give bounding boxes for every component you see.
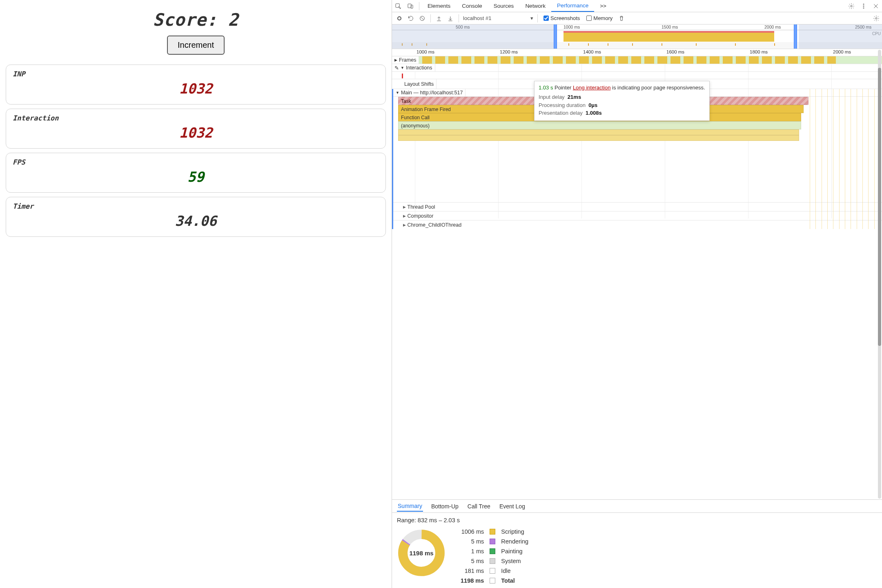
svg-point-8 <box>875 18 877 19</box>
tl-tick: 1200 ms <box>500 49 518 54</box>
timer-value: 34.06 <box>13 213 379 229</box>
record-button[interactable] <box>394 13 405 24</box>
swatch-painting <box>490 548 495 554</box>
overview-panel[interactable]: 500 ms 1000 ms 1500 ms 2000 ms 2500 ms C… <box>392 24 882 49</box>
flame-sub[interactable] <box>398 135 799 141</box>
interaction-value: 1032 <box>13 125 379 141</box>
memory-label: Memory <box>593 15 612 21</box>
tl-tick: 1800 ms <box>750 49 768 54</box>
inp-label: INP <box>13 70 379 78</box>
frames-lane[interactable]: ▶Frames <box>392 56 882 64</box>
devtools-tabbar: Elements Console Sources Network Perform… <box>392 0 882 12</box>
chevron-down-icon: ▾ <box>530 15 533 21</box>
inp-value: 1032 <box>13 80 379 97</box>
summary-pane: Range: 832 ms – 2.03 s 1198 ms 1006 msSc… <box>392 513 882 588</box>
donut-center-value: 1198 ms <box>397 528 446 577</box>
increment-button[interactable]: Increment <box>167 36 225 55</box>
tl-tick: 1600 ms <box>666 49 684 54</box>
svg-rect-1 <box>408 4 411 7</box>
child-io-lane[interactable]: ▶ Chrome_ChildIOThread <box>393 220 882 229</box>
swatch-scripting <box>490 529 495 535</box>
swatch-system <box>490 558 495 564</box>
timer-card: Timer 34.06 <box>6 197 386 237</box>
inp-card: INP 1032 <box>6 65 386 105</box>
svg-point-6 <box>863 7 864 8</box>
tab-network[interactable]: Network <box>519 0 551 12</box>
tl-tick: 1000 ms <box>416 49 434 54</box>
lane-label: Main — http://localhost:517 <box>401 90 463 96</box>
lane-label: Layout Shifts <box>404 81 434 87</box>
timeline-main[interactable]: 1000 ms 1200 ms 1400 ms 1600 ms 1800 ms … <box>392 49 882 500</box>
flame-anonymous[interactable]: (anonymous) <box>398 121 801 129</box>
tab-sources[interactable]: Sources <box>488 0 520 12</box>
kebab-icon[interactable] <box>858 0 870 12</box>
tab-performance[interactable]: Performance <box>551 0 594 12</box>
clear-button[interactable] <box>416 13 428 24</box>
score-title: Score: 2 <box>6 10 386 30</box>
compositor-lane[interactable]: ▶ Compositor <box>393 211 882 220</box>
lane-label: Frames <box>399 57 416 63</box>
timer-label: Timer <box>13 202 379 210</box>
reload-record-button[interactable] <box>405 13 416 24</box>
summary-tabbar: Summary Bottom-Up Call Tree Event Log <box>392 500 882 513</box>
inspect-icon[interactable] <box>392 0 404 12</box>
ov-tick: 1000 ms <box>564 24 580 29</box>
fps-value: 59 <box>13 169 379 185</box>
performance-toolbar: localhost #1 ▾ Screenshots Memory <box>392 12 882 24</box>
summary-legend: 1006 msScripting 5 msRendering 1 msPaint… <box>461 528 528 584</box>
settings-icon[interactable] <box>845 0 858 12</box>
flame-sub[interactable] <box>398 129 799 135</box>
tl-tick: 1400 ms <box>583 49 601 54</box>
screenshots-label: Screenshots <box>550 15 580 21</box>
profile-select[interactable]: localhost #1 ▾ <box>461 14 535 22</box>
svg-point-5 <box>863 5 864 6</box>
swatch-idle <box>490 568 495 574</box>
summary-range: Range: 832 ms – 2.03 s <box>397 517 877 523</box>
app-pane: Score: 2 Increment INP 1032 Interaction … <box>0 0 392 588</box>
ov-tick: 2000 ms <box>764 24 781 29</box>
close-icon[interactable] <box>870 0 882 12</box>
summary-donut-chart: 1198 ms <box>397 528 446 577</box>
interaction-marker-lane <box>392 72 882 79</box>
overview-handle-right[interactable] <box>794 24 797 49</box>
svg-point-4 <box>863 4 864 4</box>
devtools-pane: Elements Console Sources Network Perform… <box>392 0 882 588</box>
capture-settings-icon[interactable] <box>871 13 882 24</box>
swatch-rendering <box>490 539 495 544</box>
tab-console[interactable]: Console <box>456 0 488 12</box>
download-profile-button[interactable] <box>445 13 456 24</box>
tab-elements[interactable]: Elements <box>422 0 456 12</box>
btab-calltree[interactable]: Call Tree <box>467 501 491 511</box>
btab-bottomup[interactable]: Bottom-Up <box>430 501 459 511</box>
long-interaction-link[interactable]: Long interaction <box>573 85 611 91</box>
interaction-tooltip: 1.03 s Pointer Long interaction is indic… <box>534 81 710 121</box>
thread-pool-lane[interactable]: ▶ Thread Pool <box>393 202 882 211</box>
lane-label: Interactions <box>406 65 432 71</box>
swatch-total <box>490 578 495 584</box>
profile-select-value: localhost #1 <box>463 15 491 21</box>
timeline-scrollbar[interactable] <box>878 50 881 499</box>
fps-label: FPS <box>13 158 379 166</box>
btab-eventlog[interactable]: Event Log <box>499 501 526 511</box>
interaction-label: Interaction <box>13 114 379 122</box>
tooltip-time: 1.03 s <box>539 85 553 91</box>
tab-more[interactable]: >> <box>594 0 612 12</box>
edit-icon: ✎ <box>394 65 399 71</box>
tl-tick: 2000 ms <box>833 49 851 54</box>
btab-summary[interactable]: Summary <box>397 501 423 512</box>
upload-profile-button[interactable] <box>433 13 445 24</box>
svg-point-3 <box>851 5 852 7</box>
gc-button[interactable] <box>616 13 627 24</box>
fps-card: FPS 59 <box>6 153 386 193</box>
interactions-lane[interactable]: ✎▼Interactions <box>392 64 882 72</box>
memory-checkbox[interactable]: Memory <box>586 15 612 21</box>
ov-tick: 1500 ms <box>662 24 678 29</box>
overview-handle-left[interactable] <box>554 24 557 49</box>
screenshots-checkbox[interactable]: Screenshots <box>543 15 580 21</box>
interaction-card: Interaction 1032 <box>6 109 386 149</box>
device-toggle-icon[interactable] <box>404 0 416 12</box>
